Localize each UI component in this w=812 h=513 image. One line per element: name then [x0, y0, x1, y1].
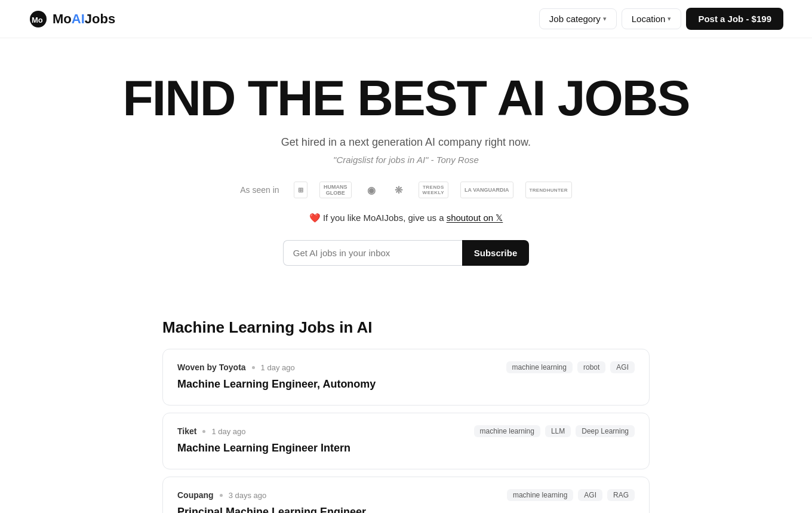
subscribe-input[interactable]: [283, 240, 462, 266]
seen-in-row: As seen in ⊞ HUMANSGLOBE ◉ ❊ TRENDSWEEKL…: [29, 182, 783, 198]
job-tag: machine learning: [506, 361, 573, 373]
hero-subtitle: Get hired in a next generation AI compan…: [29, 136, 783, 149]
job-dot: [252, 366, 255, 369]
logo-grid-icon: ⊞: [294, 182, 308, 198]
nav-right: Job category ▾ Location ▾ Post a Job - $…: [539, 8, 783, 30]
subscribe-button[interactable]: Subscribe: [462, 240, 530, 266]
job-company: Tiket: [177, 426, 196, 436]
job-title: Machine Learning Engineer Intern: [177, 442, 635, 454]
job-title: Principal Machine Learning Engineer: [177, 506, 635, 513]
job-tag: AGI: [578, 489, 602, 501]
job-card-top: Woven by Toyota 1 day ago machine learni…: [177, 361, 635, 373]
job-meta: Tiket 1 day ago: [177, 426, 246, 436]
job-time: 1 day ago: [261, 363, 295, 372]
logo-humans-globe: HUMANSGLOBE: [319, 182, 352, 198]
hero-section: FIND THE BEST AI JOBS Get hired in a nex…: [0, 38, 812, 318]
jobs-section-title: Machine Learning Jobs in AI: [162, 318, 650, 337]
logo-text: MoAIJobs: [53, 11, 115, 27]
job-time: 3 days ago: [229, 491, 267, 500]
location-label: Location: [632, 14, 666, 24]
job-card[interactable]: Woven by Toyota 1 day ago machine learni…: [162, 349, 650, 406]
job-dot: [220, 494, 223, 497]
logo-link[interactable]: Mo MoAIJobs: [29, 10, 115, 29]
subscribe-row: Subscribe: [29, 240, 783, 266]
job-tag: machine learning: [507, 489, 573, 501]
logo-la-vanguardia: LA VANGUARDIA: [460, 182, 513, 198]
location-button[interactable]: Location ▾: [622, 8, 682, 29]
job-dot: [202, 430, 205, 433]
logo-icon: Mo: [29, 10, 48, 29]
job-meta: Woven by Toyota 1 day ago: [177, 363, 295, 372]
job-time: 1 day ago: [211, 427, 245, 436]
logo-trendhunter: TRENDHUNTER: [525, 182, 572, 198]
logo-snowflake: ❊: [391, 182, 407, 198]
post-job-button[interactable]: Post a Job - $199: [686, 8, 783, 30]
job-list: Woven by Toyota 1 day ago machine learni…: [162, 349, 650, 513]
shoutout-text: ❤️ If you like MoAIJobs, give us a shout…: [29, 213, 783, 223]
job-company: Coupang: [177, 490, 214, 500]
job-tags: machine learningrobotAGI: [506, 361, 635, 373]
navbar: Mo MoAIJobs Job category ▾ Location ▾ Po…: [0, 0, 812, 38]
logo-circle: ◉: [364, 182, 380, 198]
jobs-section: Machine Learning Jobs in AI Woven by Toy…: [0, 318, 812, 513]
hero-quote: "Craigslist for jobs in AI" - Tony Rose: [29, 155, 783, 165]
job-category-label: Job category: [549, 14, 601, 24]
chevron-down-icon: ▾: [603, 15, 607, 23]
job-card[interactable]: Coupang 3 days ago machine learningAGIRA…: [162, 477, 650, 513]
logo-jobs: Jobs: [85, 11, 115, 26]
job-card-top: Tiket 1 day ago machine learningLLMDeep …: [177, 425, 635, 437]
shoutout-before: ❤️ If you like MoAIJobs, give us a: [309, 213, 447, 223]
job-card-top: Coupang 3 days ago machine learningAGIRA…: [177, 489, 635, 501]
job-tags: machine learningLLMDeep Learning: [474, 425, 635, 437]
job-company: Woven by Toyota: [177, 363, 246, 372]
job-tag: machine learning: [474, 425, 540, 437]
job-tag: robot: [577, 361, 605, 373]
hero-title: FIND THE BEST AI JOBS: [29, 72, 783, 124]
job-category-button[interactable]: Job category ▾: [539, 8, 617, 29]
logo-ai: AI: [72, 11, 85, 26]
svg-text:Mo: Mo: [32, 16, 43, 24]
job-meta: Coupang 3 days ago: [177, 490, 266, 500]
logo-mo: Mo: [53, 11, 72, 26]
seen-in-label: As seen in: [240, 185, 279, 195]
job-tag: Deep Learning: [576, 425, 635, 437]
shoutout-link[interactable]: shoutout on 𝕏: [447, 213, 503, 223]
job-tags: machine learningAGIRAG: [507, 489, 635, 501]
job-title: Machine Learning Engineer, Autonomy: [177, 378, 635, 391]
job-tag: LLM: [545, 425, 571, 437]
job-tag: AGI: [610, 361, 635, 373]
job-tag: RAG: [607, 489, 635, 501]
logo-trends-weekly: TRENDSWEEKLY: [419, 182, 449, 198]
job-card[interactable]: Tiket 1 day ago machine learningLLMDeep …: [162, 413, 650, 469]
chevron-down-icon: ▾: [668, 15, 671, 23]
